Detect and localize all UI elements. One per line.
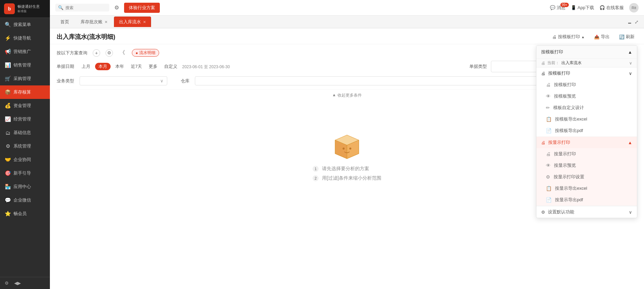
sidebar-item-guide[interactable]: 🎯 新手引导 — [0, 166, 50, 180]
dropdown-collapse-icon[interactable]: ▲ — [628, 50, 632, 55]
date-custom[interactable]: 自定义 — [162, 63, 179, 70]
header-gear-btn[interactable]: ⚙ — [112, 3, 121, 12]
dp-template-excel[interactable]: 📋 按模板导出excel — [536, 113, 637, 125]
page-actions: 🖨 按模板打印 ▲ 📤 导出 🔄 刷新 — [550, 32, 637, 41]
filter-tag[interactable]: ● 流水明细 — [132, 49, 159, 57]
message-icon: 💬 — [550, 5, 555, 10]
sidebar-item-appstore[interactable]: 🏪 应用中心 — [0, 180, 50, 193]
business-type-select[interactable]: ∨ — [80, 76, 167, 85]
sidebar-item-marketing[interactable]: 📢 营销推广 — [0, 45, 50, 58]
dp-template-print[interactable]: 🖨 按模板打印 — [536, 79, 637, 90]
search-icon: 🔍 — [58, 5, 63, 10]
sidebar-item-operations[interactable]: 📈 经营管理 — [0, 112, 50, 126]
header-search-box[interactable]: 🔍 — [55, 4, 109, 11]
customize-icon: ✏ — [546, 105, 550, 110]
warehouse-label: 仓库 — [181, 78, 189, 84]
sidebar-item-wechat[interactable]: 💬 企业微信 — [0, 193, 50, 207]
display-print-section-header[interactable]: 🖨 按显示打印 ▲ — [536, 137, 637, 148]
sidebar-collapse-btn[interactable]: ◀▶ — [14, 281, 21, 286]
display-print-section-icon: 🖨 — [541, 140, 546, 145]
date-last7[interactable]: 近7天 — [129, 63, 144, 70]
sidebar-item-finance[interactable]: 💰 资金管理 — [0, 99, 50, 112]
message-btn[interactable]: 💬 消息 99+ — [550, 5, 565, 11]
date-last-month[interactable]: 上月 — [80, 63, 92, 70]
step-1-num: 1 — [313, 166, 319, 172]
header-right: 💬 消息 99+ 📱 App下载 🎧 在线客服 Rit — [550, 3, 639, 12]
refresh-btn[interactable]: 🔄 刷新 — [616, 32, 637, 41]
dp-template-preview[interactable]: 👁 按模板预览 — [536, 90, 637, 102]
sidebar-settings-btn[interactable]: ⚙ — [5, 281, 9, 286]
display-print-section: 🖨 按显示打印 ▲ 🖨 按显示打印 👁 按显示预览 ⚙ 按显示打印设置 — [536, 137, 637, 206]
refresh-icon: 🔄 — [619, 34, 624, 40]
tab-bar-right: 🗕 ⤢ — [627, 19, 639, 25]
page-title: 出入库流水(流水明细) — [57, 33, 115, 41]
current-text: 当前： — [547, 60, 559, 66]
dp-display-print-settings[interactable]: ⚙ 按显示打印设置 — [536, 171, 637, 183]
guide-icon: 🎯 — [5, 170, 11, 176]
inventory-icon: 📦 — [5, 89, 11, 95]
top-header: 🔍 ⚙ 体验行业方案 💬 消息 99+ 📱 App下载 🎧 在线客服 — [50, 0, 644, 16]
dp-template-pdf[interactable]: 📄 按模板导出pdf — [536, 125, 637, 136]
sidebar-item-shortcuts[interactable]: ⚡ 快捷导航 — [0, 31, 50, 45]
message-badge: 99+ — [560, 3, 569, 7]
sidebar-item-inventory[interactable]: 📦 库存核算 — [0, 85, 50, 99]
empty-steps: 1 请先选择要分析的方案 2 用[过滤]条件来缩小分析范围 — [313, 164, 381, 183]
app-download-btn[interactable]: 📱 App下载 — [571, 5, 594, 11]
date-label: 单据日期 — [57, 63, 74, 70]
sidebar-item-basic[interactable]: 🗂 基础信息 — [0, 126, 50, 139]
sidebar-item-system[interactable]: ⚙ 系统管理 — [0, 139, 50, 153]
online-service-btn[interactable]: 🎧 在线客服 — [599, 5, 624, 11]
tab-batch[interactable]: 库存批次账 ✕ — [76, 17, 113, 27]
filter-collapse-left-btn[interactable]: 《 — [118, 49, 126, 56]
date-this-month[interactable]: 本月 — [95, 63, 111, 70]
date-options: 上月 本月 本年 近7天 更多 自定义 2023-06-01 至 2023-06… — [80, 63, 230, 70]
header-search-input[interactable] — [65, 5, 99, 10]
template-print-section-icon: 🖨 — [541, 71, 546, 76]
app-logo: b 畅捷通好生意 标准版 — [0, 0, 50, 18]
dp-display-excel[interactable]: 📋 按显示导出excel — [536, 183, 637, 194]
dp-display-print[interactable]: 🖨 按显示打印 — [536, 148, 637, 160]
dropdown-panel: 按模板打印 ▲ 🖨 当前： 出入库流水 ∨ 🖨 按模板打印 ∨ — [536, 45, 637, 218]
dropdown-footer[interactable]: ⚙ 设置默认功能 ∨ — [536, 206, 637, 218]
chevron-up-icon: ▲ — [581, 35, 585, 39]
date-this-year[interactable]: 本年 — [113, 63, 126, 70]
dp-display-pdf[interactable]: 📄 按显示导出pdf — [536, 194, 637, 206]
tab-batch-close[interactable]: ✕ — [105, 20, 108, 24]
collapse-up-icon: ▲ — [332, 93, 336, 98]
sidebar-item-member[interactable]: ⭐ 畅会员 — [0, 207, 50, 220]
tab-minimize-btn[interactable]: 🗕 — [627, 19, 632, 25]
dp-template-customize[interactable]: ✏ 模板自定义设计 — [536, 102, 637, 113]
dp-settings-icon: ⚙ — [546, 174, 550, 180]
member-icon: ⭐ — [5, 211, 11, 217]
template-print-section: 🖨 按模板打印 ∨ 🖨 按模板打印 👁 按模板预览 ✏ 模板自定义设计 — [536, 68, 637, 137]
export-icon: 📤 — [594, 34, 599, 40]
tab-home[interactable]: 首页 — [55, 17, 74, 27]
tab-flowdetail-close[interactable]: ✕ — [143, 20, 146, 24]
filter-add-btn[interactable]: + — [93, 49, 100, 57]
date-more[interactable]: 更多 — [147, 63, 159, 70]
template-print-section-header[interactable]: 🖨 按模板打印 ∨ — [536, 68, 637, 79]
sidebar-item-search[interactable]: 🔍 搜索菜单 — [0, 18, 50, 31]
dp-preview-icon: 👁 — [546, 163, 551, 168]
sidebar-item-sales[interactable]: 📊 销售管理 — [0, 58, 50, 72]
sidebar-item-purchase[interactable]: 🛒 采购管理 — [0, 72, 50, 85]
export-btn[interactable]: 📤 导出 — [591, 32, 612, 41]
finance-icon: 💰 — [5, 103, 11, 109]
tab-flowdetail[interactable]: 出入库流水 ✕ — [114, 17, 151, 27]
sidebar-item-cooperation[interactable]: 🤝 企业协同 — [0, 153, 50, 166]
filter-settings-btn[interactable]: ⚙ — [106, 49, 113, 57]
footer-settings-icon: ⚙ — [541, 210, 545, 215]
doc-type-label: 单据类型 — [469, 63, 487, 70]
user-avatar-btn[interactable]: Rit — [629, 3, 639, 12]
tab-maximize-btn[interactable]: ⤢ — [635, 19, 639, 25]
search-icon: 🔍 — [5, 22, 11, 28]
template-print-btn[interactable]: 🖨 按模板打印 ▲ — [550, 32, 587, 41]
current-icon: 🖨 — [541, 61, 545, 65]
pdf-icon: 📄 — [546, 128, 552, 133]
dp-display-preview[interactable]: 👁 按显示预览 — [536, 160, 637, 171]
lightning-icon: ⚡ — [5, 35, 11, 41]
template-section-arrow: ∨ — [629, 71, 632, 76]
main-area: 🔍 ⚙ 体验行业方案 💬 消息 99+ 📱 App下载 🎧 在线客服 — [50, 0, 644, 289]
industry-btn[interactable]: 体验行业方案 — [124, 3, 160, 13]
tab-bar: 首页 库存批次账 ✕ 出入库流水 ✕ 🗕 ⤢ — [50, 16, 644, 28]
